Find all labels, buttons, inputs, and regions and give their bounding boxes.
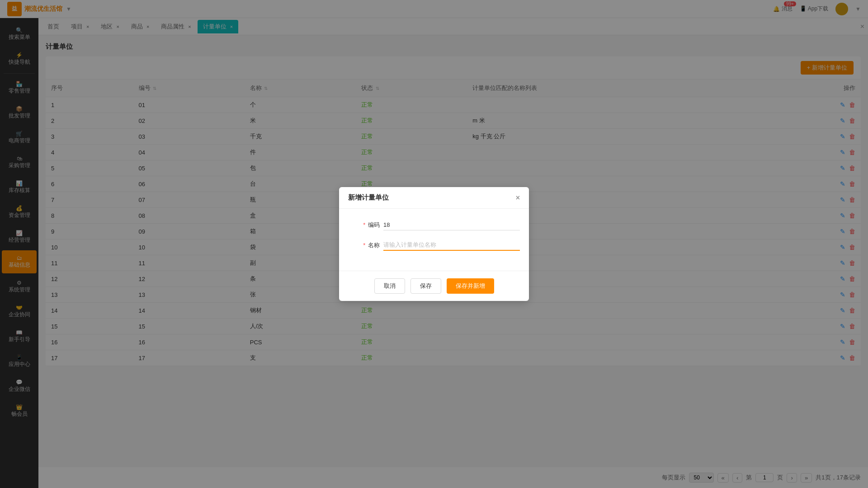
modal-overlay[interactable]: 新增计量单位 × * 编码 * 名称 取消 保存 保存并新增 xyxy=(0,0,868,488)
modal-footer: 取消 保存 保存并新增 xyxy=(339,271,529,301)
required-mark: * xyxy=(363,221,365,228)
modal-body: * 编码 * 名称 xyxy=(339,209,529,271)
required-mark-name: * xyxy=(363,242,365,249)
modal-title: 新增计量单位 xyxy=(348,193,389,202)
modal-close-button[interactable]: × xyxy=(516,194,520,202)
form-row-code: * 编码 xyxy=(348,220,520,230)
add-unit-modal: 新增计量单位 × * 编码 * 名称 取消 保存 保存并新增 xyxy=(339,187,529,301)
modal-header: 新增计量单位 × xyxy=(339,187,529,209)
code-label: * 编码 xyxy=(348,221,380,229)
name-input[interactable] xyxy=(383,239,520,251)
save-and-new-button[interactable]: 保存并新增 xyxy=(447,278,494,294)
cancel-button[interactable]: 取消 xyxy=(374,278,405,294)
code-input[interactable] xyxy=(383,220,520,230)
name-label: * 名称 xyxy=(348,241,380,249)
save-button[interactable]: 保存 xyxy=(410,278,441,294)
form-row-name: * 名称 xyxy=(348,239,520,251)
